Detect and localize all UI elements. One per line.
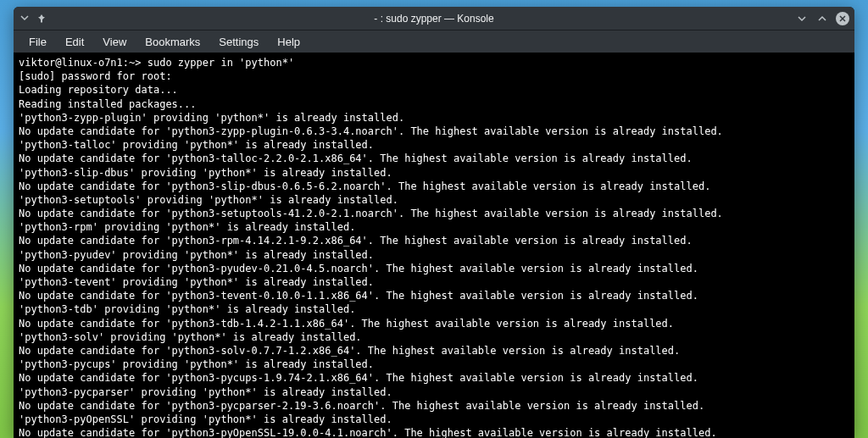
titlebar[interactable]: - : sudo zypper — Konsole [14, 7, 854, 30]
terminal-output-line: No update candidate for 'python3-setupto… [19, 207, 849, 220]
terminal-output-line: No update candidate for 'python3-tdb-1.4… [19, 317, 849, 330]
terminal-output-line: No update candidate for 'python3-tevent-… [19, 289, 849, 302]
terminal-area[interactable]: viktor@linux-o7n1:~> sudo zypper in 'pyt… [14, 53, 854, 438]
terminal-output-line: 'python3-tdb' providing 'python*' is alr… [19, 302, 849, 316]
terminal-output-line: 'python3-setuptools' providing 'python*'… [19, 193, 849, 207]
command-text: sudo zypper in 'python*' [147, 57, 294, 69]
terminal-output-line: No update candidate for 'python3-pycups-… [19, 371, 849, 385]
titlebar-left [19, 13, 86, 25]
terminal-output-line: No update candidate for 'python3-solv-0.… [19, 344, 849, 358]
app-menu-icon[interactable] [19, 13, 31, 25]
terminal-output-line: 'python3-slip-dbus' providing 'python*' … [19, 166, 849, 180]
terminal-output-line: No update candidate for 'python3-pyudev-… [19, 262, 849, 275]
terminal-output-line: 'python3-rpm' providing 'python*' is alr… [19, 220, 849, 234]
terminal-output-line: 'python3-zypp-plugin' providing 'python*… [19, 111, 849, 125]
menu-settings[interactable]: Settings [210, 32, 267, 52]
terminal-output-line: No update candidate for 'python3-rpm-4.1… [19, 234, 849, 247]
terminal-output-line: 'python3-talloc' providing 'python*' is … [19, 138, 849, 152]
maximize-button[interactable] [815, 12, 829, 25]
menu-help[interactable]: Help [269, 32, 309, 52]
menubar: File Edit View Bookmarks Settings Help [14, 30, 854, 53]
prompt-text: viktor@linux-o7n1:~> [19, 57, 147, 69]
terminal-output-line: [sudo] password for root: [19, 69, 849, 83]
terminal-output-line: 'python3-tevent' providing 'python*' is … [19, 275, 849, 289]
window-title: - : sudo zypper — Konsole [86, 13, 782, 25]
close-button[interactable] [836, 12, 849, 25]
menu-view[interactable]: View [94, 32, 135, 52]
titlebar-right [782, 12, 849, 25]
terminal-output-line: No update candidate for 'python3-zypp-pl… [19, 125, 849, 138]
terminal-output-line: 'python3-pyudev' providing 'python*' is … [19, 248, 849, 262]
terminal-output-line: No update candidate for 'python3-slip-db… [19, 180, 849, 193]
terminal-output-line: 'python3-pycups' providing 'python*' is … [19, 358, 849, 371]
menu-file[interactable]: File [20, 32, 55, 52]
terminal-output-line: 'python3-pyOpenSSL' providing 'python*' … [19, 413, 849, 426]
terminal-output-line: Loading repository data... [19, 83, 849, 97]
menu-edit[interactable]: Edit [57, 32, 92, 52]
terminal-output-line: 'python3-pycparser' providing 'python*' … [19, 385, 849, 399]
terminal-output-line: No update candidate for 'python3-pyOpenS… [19, 426, 849, 438]
pin-icon[interactable] [36, 13, 47, 25]
terminal-output-line: 'python3-solv' providing 'python*' is al… [19, 330, 849, 344]
konsole-window: - : sudo zypper — Konsole File Edit View… [14, 7, 854, 438]
minimize-button[interactable] [795, 12, 809, 25]
terminal-output-line: Reading installed packages... [19, 97, 849, 111]
prompt-line: viktor@linux-o7n1:~> sudo zypper in 'pyt… [19, 56, 849, 69]
menu-bookmarks[interactable]: Bookmarks [136, 32, 209, 52]
terminal-output-line: No update candidate for 'python3-pycpars… [19, 399, 849, 413]
terminal-output-line: No update candidate for 'python3-talloc-… [19, 152, 849, 165]
